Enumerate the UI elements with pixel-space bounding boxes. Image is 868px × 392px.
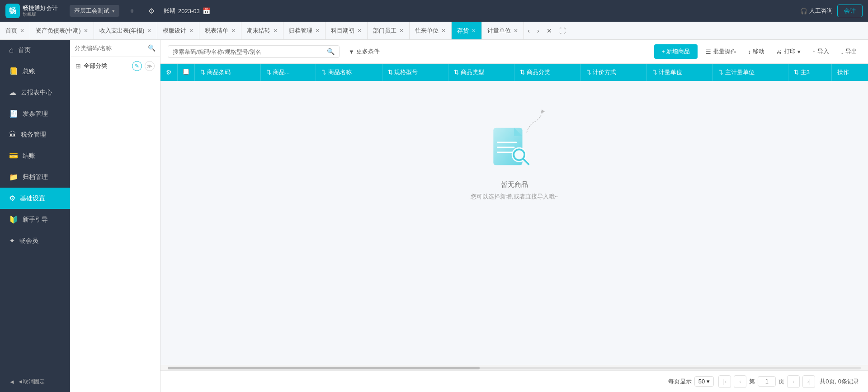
cloud-icon: ☁ xyxy=(9,88,16,97)
sidebar-label-guide: 新手引导 xyxy=(23,216,48,224)
tab-template-design[interactable]: 模版设计 ✕ xyxy=(157,22,199,40)
tab-close-home[interactable]: ✕ xyxy=(20,28,24,34)
top-bar: 畅 畅捷通好会计 旗舰版 基层工会测试 ▾ ＋ ⚙ 账期 2023-03 📅 🎧… xyxy=(0,0,868,22)
sidebar-label-invoice: 发票管理 xyxy=(23,110,48,118)
sidebar-item-member[interactable]: ✦ 畅会员 xyxy=(0,230,70,251)
horizontal-scrollbar[interactable] xyxy=(160,365,868,370)
th-category[interactable]: ⇅ 商品分类 xyxy=(514,64,580,81)
split-area: 🔍 ⊞ 全部分类 ✎ ≫ 🔍 ▼ xyxy=(70,40,868,392)
tab-subject-init[interactable]: 科目期初 ✕ xyxy=(326,22,368,40)
tab-close-period[interactable]: ✕ xyxy=(273,28,278,34)
tab-tax-list[interactable]: 税表清单 ✕ xyxy=(199,22,241,40)
sidebar-item-invoice[interactable]: 🧾 发票管理 xyxy=(0,103,70,124)
empty-state: 暂无商品 您可以选择新增,或者直接导入哦~ xyxy=(160,81,868,228)
category-search-icon[interactable]: 🔍 xyxy=(148,44,156,52)
sidebar-item-general-ledger[interactable]: 📒 总账 xyxy=(0,61,70,82)
sidebar-label-settlement: 结账 xyxy=(23,152,35,160)
product-search-icon[interactable]: 🔍 xyxy=(327,48,335,55)
headset-icon: 🎧 xyxy=(800,8,807,14)
batch-operation-button[interactable]: ☰ 批量操作 xyxy=(702,45,740,58)
th-settings[interactable]: ⚙ xyxy=(160,64,178,81)
tab-close-counterpart[interactable]: ✕ xyxy=(441,28,446,34)
ai-consult-button[interactable]: 🎧 人工咨询 xyxy=(800,7,833,15)
svg-marker-0 xyxy=(541,109,545,113)
logo-icon: 畅 xyxy=(5,4,20,18)
sidebar-item-basic-settings[interactable]: ⚙ 基础设置 xyxy=(0,188,70,209)
page-size-dropdown[interactable]: 50 ▾ xyxy=(694,376,714,387)
tab-inventory[interactable]: 存货 ✕ xyxy=(452,22,482,40)
category-collapse-button[interactable]: ≫ xyxy=(145,61,155,71)
tab-close-balance[interactable]: ✕ xyxy=(84,28,88,34)
select-all-checkbox[interactable] xyxy=(183,69,189,75)
add-tab-button[interactable]: ＋ xyxy=(125,5,139,18)
sidebar-item-archive[interactable]: 📁 归档管理 xyxy=(0,166,70,188)
th-unit[interactable]: ⇅ 计量单位 xyxy=(646,64,712,81)
calendar-icon[interactable]: 📅 xyxy=(203,7,210,14)
tab-close-tax[interactable]: ✕ xyxy=(231,28,236,34)
tab-prev-button[interactable]: ‹ xyxy=(524,22,533,40)
tab-period-transfer[interactable]: 期末结转 ✕ xyxy=(241,22,283,40)
tab-archive[interactable]: 归档管理 ✕ xyxy=(283,22,326,40)
th-type-label: ⇅ 商品类型 xyxy=(454,68,484,76)
tab-balance-sheet[interactable]: 资产负债表(中期) ✕ xyxy=(30,22,94,40)
sidebar-item-settlement[interactable]: 💳 结账 xyxy=(0,145,70,166)
tab-close-template[interactable]: ✕ xyxy=(189,28,193,34)
th-code[interactable]: ⇅ 商品... xyxy=(261,64,316,81)
th-main-unit[interactable]: ⇅ 主计量单位 xyxy=(713,64,788,81)
move-button[interactable]: ↕ 移动 xyxy=(745,45,769,58)
sidebar-item-guide[interactable]: 🔰 新手引导 xyxy=(0,209,70,230)
tab-next-button[interactable]: › xyxy=(533,22,543,40)
next-page-button[interactable]: › xyxy=(787,375,800,388)
th-col3[interactable]: ⇅ 主3 xyxy=(788,64,832,81)
export-button[interactable]: ↓ 导出 xyxy=(837,45,861,58)
th-checkbox[interactable] xyxy=(178,64,195,81)
sidebar-label-tax: 税务管理 xyxy=(21,131,46,139)
app-name-sub: 旗舰版 xyxy=(23,12,58,17)
sidebar-item-home[interactable]: ⌂ 首页 xyxy=(0,40,70,61)
app-name-main: 畅捷通好会计 xyxy=(23,5,58,12)
sidebar-item-tax[interactable]: 🏛 税务管理 xyxy=(0,124,70,145)
tab-counterpart[interactable]: 往来单位 ✕ xyxy=(410,22,452,40)
th-price-mode[interactable]: ⇅ 计价方式 xyxy=(580,64,646,81)
settings-icon[interactable]: ⚙ xyxy=(145,5,158,17)
tab-expand-button[interactable]: ⛶ xyxy=(556,22,569,40)
sidebar-pin-toggle[interactable]: ◄ ◄取消固定 xyxy=(0,372,70,392)
tab-close-income[interactable]: ✕ xyxy=(147,28,151,34)
print-button[interactable]: 🖨 打印 ▾ xyxy=(773,45,804,58)
tab-close-unit[interactable]: ✕ xyxy=(514,28,518,34)
category-search-input[interactable] xyxy=(75,45,145,52)
th-barcode[interactable]: ⇅ 商品条码 xyxy=(195,64,261,81)
scrollbar-thumb[interactable] xyxy=(168,367,480,369)
category-edit-button[interactable]: ✎ xyxy=(132,61,142,71)
prev-page-button[interactable]: ‹ xyxy=(734,375,746,388)
first-page-button[interactable]: |‹ xyxy=(718,375,731,388)
product-search-input[interactable] xyxy=(173,48,324,55)
last-page-button[interactable]: ›| xyxy=(802,375,815,388)
category-all-header[interactable]: ⊞ 全部分类 ✎ ≫ xyxy=(70,57,160,76)
th-type[interactable]: ⇅ 商品类型 xyxy=(448,64,514,81)
import-button[interactable]: ↑ 导入 xyxy=(809,45,833,58)
per-page-label: 每页显示 xyxy=(668,378,692,386)
tab-home[interactable]: 首页 ✕ xyxy=(0,22,30,40)
more-filter-button[interactable]: ▼ 更多条件 xyxy=(344,45,384,58)
th-barcode-label: ⇅ 商品条码 xyxy=(200,68,231,76)
tab-income-statement[interactable]: 收入支出表(年报) ✕ xyxy=(94,22,158,40)
tab-close-all-button[interactable]: ✕ xyxy=(543,22,556,40)
tab-close-subject[interactable]: ✕ xyxy=(357,28,362,34)
add-product-button[interactable]: + 新增商品 xyxy=(654,44,697,59)
th-unit-label: ⇅ 计量单位 xyxy=(652,68,683,76)
th-spec[interactable]: ⇅ 规格型号 xyxy=(382,64,448,81)
th-action-label: 操作 xyxy=(837,68,849,76)
tab-close-dept[interactable]: ✕ xyxy=(399,28,404,34)
archive-icon: 📁 xyxy=(9,173,18,181)
scrollbar-track[interactable] xyxy=(168,367,861,369)
tab-unit[interactable]: 计量单位 ✕ xyxy=(482,22,524,40)
page-number-input[interactable] xyxy=(758,376,776,387)
workspace-selector[interactable]: 基层工会测试 ▾ xyxy=(70,5,119,17)
account-badge[interactable]: 会计 xyxy=(837,5,863,17)
sidebar-item-cloud-report[interactable]: ☁ 云报表中心 xyxy=(0,82,70,103)
tab-department[interactable]: 部门员工 ✕ xyxy=(368,22,410,40)
tab-close-inventory[interactable]: ✕ xyxy=(472,28,476,34)
tab-close-archive[interactable]: ✕ xyxy=(315,28,320,34)
th-name[interactable]: ⇅ 商品名称 xyxy=(316,64,382,81)
